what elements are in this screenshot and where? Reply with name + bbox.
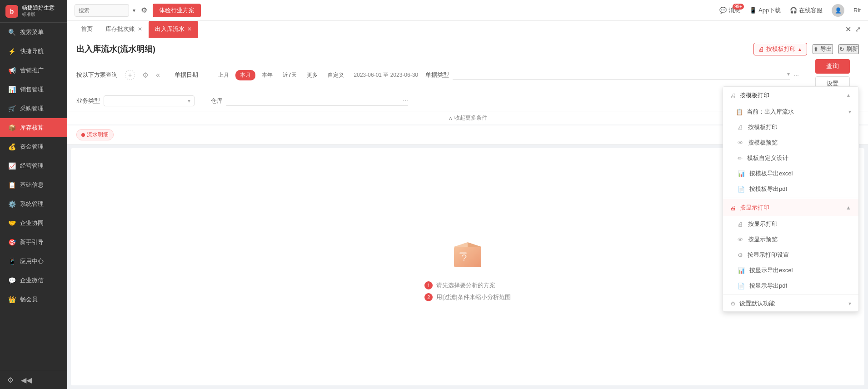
dropdown-display-header[interactable]: 🖨 按显示打印 ▲ bbox=[723, 199, 858, 216]
dropdown-display-print[interactable]: 🖨 按显示打印 bbox=[723, 216, 858, 232]
date-btn-this-year[interactable]: 本年 bbox=[258, 70, 276, 80]
sidebar-item-label: 销售管理 bbox=[20, 85, 44, 94]
sidebar-item-wechat[interactable]: 💬 企业微信 bbox=[0, 271, 67, 290]
message-icon: 💬 bbox=[719, 7, 727, 14]
svg-text:?: ? bbox=[461, 252, 467, 264]
sidebar-logo: b 畅捷通好生意 标准版 bbox=[0, 0, 67, 23]
set-default-chevron: ▾ bbox=[848, 300, 851, 307]
main-area: ▾ ⚙ 体验行业方案 💬 消息 99+ 📱 App下载 🎧 在线客服 👤 Rit… bbox=[67, 0, 868, 389]
tab-expand-icon[interactable]: ⤢ bbox=[855, 25, 861, 34]
sidebar-item-label: 基础信息 bbox=[20, 181, 44, 189]
sidebar-item-system[interactable]: ⚙️ 系统管理 bbox=[0, 194, 67, 214]
dropdown-display-excel[interactable]: 📊 按显示导出excel bbox=[723, 263, 858, 278]
export-button[interactable]: ⬆ 导出 bbox=[813, 44, 833, 54]
filter-settings-icon[interactable]: ⚙ bbox=[142, 71, 149, 80]
warehouse-more-icon[interactable]: ··· bbox=[403, 96, 408, 104]
search-icon: 🔍 bbox=[7, 28, 16, 37]
doc-type-dropdown-icon[interactable]: ▾ bbox=[787, 71, 790, 77]
sidebar-item-appstore[interactable]: 📱 应用中心 bbox=[0, 252, 67, 271]
service-icon: 🎧 bbox=[790, 7, 797, 14]
doc-type-more-icon[interactable]: ··· bbox=[793, 71, 799, 79]
dropdown-template-custom[interactable]: ✏ 模板自定义设计 bbox=[723, 150, 858, 166]
dropdown-display-settings[interactable]: ⚙ 按显示打印设置 bbox=[723, 247, 858, 263]
print-btn-label: 按模板打印 bbox=[766, 45, 796, 53]
settings-bottom-icon[interactable]: ⚙ bbox=[7, 376, 14, 384]
sidebar-item-finance[interactable]: 💰 资金管理 bbox=[0, 137, 67, 156]
quicknav-icon: ⚡ bbox=[7, 47, 16, 56]
finance-icon: 💰 bbox=[7, 142, 16, 151]
inventory-icon: 📦 bbox=[7, 123, 16, 132]
tab-flow[interactable]: 出入库流水 ✕ bbox=[149, 21, 198, 38]
filter-collapse-icon[interactable]: « bbox=[156, 71, 160, 79]
header-avatar[interactable]: 👤 bbox=[832, 4, 844, 17]
sidebar-item-operations[interactable]: 📈 经营管理 bbox=[0, 156, 67, 175]
trial-button[interactable]: 体验行业方案 bbox=[153, 4, 201, 17]
page-title-row: 出入库流水(流水明细) 🖨 按模板打印 ▲ ⬆ 导出 ↻ bbox=[76, 43, 859, 55]
header-app-download[interactable]: 📱 App下载 bbox=[749, 6, 781, 15]
template-print-doc-icon: 🖨 bbox=[738, 124, 743, 131]
dropdown-display-preview[interactable]: 👁 按显示预览 bbox=[723, 232, 858, 247]
app-label: App下载 bbox=[758, 6, 781, 15]
step-1-text: 请先选择要分析的方案 bbox=[436, 281, 495, 289]
tab-flow-close[interactable]: ✕ bbox=[187, 26, 192, 32]
header-search-input[interactable] bbox=[75, 4, 129, 17]
sidebar: b 畅捷通好生意 标准版 🔍 搜索菜单 ⚡ 快捷导航 📢 营销推广 📊 销售管理… bbox=[0, 0, 67, 389]
header-search-area: ▾ bbox=[75, 4, 135, 17]
header-service[interactable]: 🎧 在线客服 bbox=[790, 6, 823, 15]
display-pdf-label: 按显示导出pdf bbox=[749, 282, 787, 290]
tab-batch[interactable]: 库存批次账 ✕ bbox=[99, 21, 149, 38]
dropdown-template-header[interactable]: 🖨 按模板打印 ▲ bbox=[723, 87, 858, 104]
print-dropdown-panel: 🖨 按模板打印 ▲ 📋 当前：出入库流水 ▾ 🖨 按模板打印 bbox=[723, 86, 859, 312]
sidebar-item-inventory[interactable]: 📦 库存核算 bbox=[0, 118, 67, 137]
sidebar-item-purchase[interactable]: 🛒 采购管理 bbox=[0, 99, 67, 118]
page-title: 出入库流水(流水明细) bbox=[76, 44, 155, 55]
top-header: ▾ ⚙ 体验行业方案 💬 消息 99+ 📱 App下载 🎧 在线客服 👤 Rit bbox=[67, 0, 868, 21]
tab-home[interactable]: 首页 bbox=[75, 21, 99, 38]
tab-batch-label: 库存批次账 bbox=[105, 25, 135, 33]
refresh-button[interactable]: ↻ 刷新 bbox=[838, 44, 859, 54]
sidebar-item-sales[interactable]: 📊 销售管理 bbox=[0, 80, 67, 99]
dropdown-set-default[interactable]: ⚙ 设置默认功能 ▾ bbox=[723, 296, 858, 311]
header-username[interactable]: Rit bbox=[853, 7, 861, 14]
date-label: 单据日期 bbox=[175, 71, 198, 79]
sidebar-item-enterprise[interactable]: 🤝 企业协同 bbox=[0, 214, 67, 233]
date-btn-this-month[interactable]: 本月 bbox=[235, 70, 255, 80]
date-btn-7days[interactable]: 近7天 bbox=[279, 70, 300, 80]
dropdown-template-preview[interactable]: 👁 按模板预览 bbox=[723, 135, 858, 150]
display-settings-label: 按显示打印设置 bbox=[748, 251, 789, 259]
appstore-icon: 📱 bbox=[7, 257, 16, 266]
doc-type-label: 单据类型 bbox=[425, 71, 449, 79]
page-content: 出入库流水(流水明细) 🖨 按模板打印 ▲ ⬆ 导出 ↻ bbox=[67, 38, 868, 389]
sidebar-item-label: 营销推广 bbox=[20, 66, 44, 75]
sidebar-item-label: 企业微信 bbox=[20, 276, 44, 284]
header-gear-icon[interactable]: ⚙ bbox=[141, 6, 147, 15]
header-messages[interactable]: 💬 消息 99+ bbox=[719, 6, 740, 15]
sidebar-item-search[interactable]: 🔍 搜索菜单 bbox=[0, 23, 67, 42]
tab-batch-close[interactable]: ✕ bbox=[138, 26, 142, 32]
display-preview-label: 按显示预览 bbox=[748, 235, 778, 244]
step-2-text: 用[过滤]条件来缩小分析范围 bbox=[436, 293, 510, 301]
date-btn-last-month[interactable]: 上月 bbox=[215, 70, 233, 80]
sidebar-item-quicknav[interactable]: ⚡ 快捷导航 bbox=[0, 42, 67, 61]
sidebar-item-member[interactable]: 👑 畅会员 bbox=[0, 290, 67, 309]
logo-icon: b bbox=[5, 5, 18, 18]
sidebar-item-basic[interactable]: 📋 基础信息 bbox=[0, 175, 67, 194]
date-btn-custom[interactable]: 自定义 bbox=[324, 70, 348, 80]
tag-item-liushui[interactable]: 流水明细 bbox=[76, 129, 114, 140]
collapse-sidebar-icon[interactable]: ◀◀ bbox=[21, 376, 32, 384]
header-dropdown-icon[interactable]: ▾ bbox=[133, 7, 135, 14]
dropdown-current-template[interactable]: 📋 当前：出入库流水 ▾ bbox=[723, 104, 858, 120]
filter-add-icon[interactable]: + bbox=[125, 70, 135, 80]
query-button[interactable]: 查询 bbox=[815, 59, 850, 74]
tab-close-all-icon[interactable]: ✕ bbox=[845, 25, 851, 34]
date-btn-more[interactable]: 更多 bbox=[303, 70, 321, 80]
sidebar-item-guide[interactable]: 🎯 新手引导 bbox=[0, 233, 67, 252]
dropdown-template-excel[interactable]: 📊 按模板导出excel bbox=[723, 166, 858, 181]
print-template-button[interactable]: 🖨 按模板打印 ▲ bbox=[753, 43, 807, 55]
biz-type-dropdown-icon[interactable]: ▾ bbox=[188, 98, 190, 104]
dropdown-template-pdf[interactable]: 📄 按模板导出pdf bbox=[723, 181, 858, 197]
sidebar-item-marketing[interactable]: 📢 营销推广 bbox=[0, 61, 67, 80]
basic-icon: 📋 bbox=[7, 180, 16, 190]
dropdown-display-pdf[interactable]: 📄 按显示导出pdf bbox=[723, 278, 858, 294]
dropdown-template-print[interactable]: 🖨 按模板打印 bbox=[723, 120, 858, 135]
